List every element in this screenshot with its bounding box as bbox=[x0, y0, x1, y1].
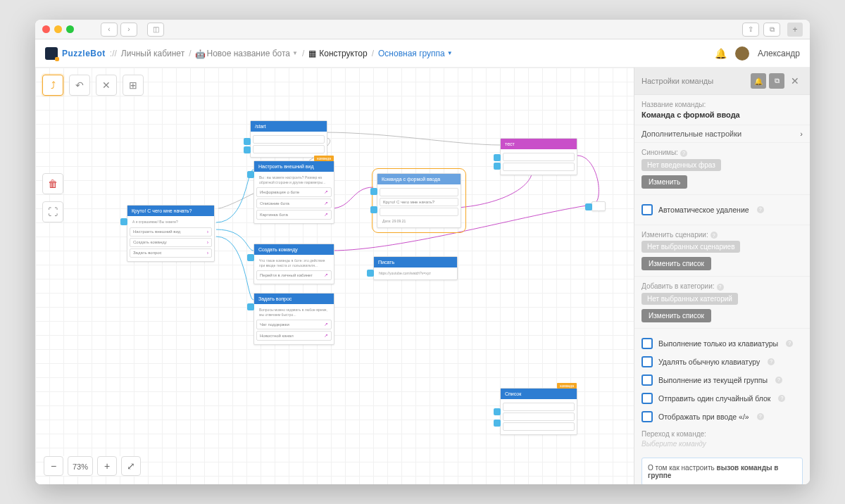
node-small[interactable] bbox=[592, 201, 606, 211]
minimize-window-icon[interactable] bbox=[54, 25, 62, 33]
port-icon[interactable] bbox=[247, 254, 254, 261]
chevron-down-icon[interactable]: ▼ bbox=[447, 50, 453, 56]
port-icon[interactable] bbox=[370, 206, 377, 213]
node-row[interactable] bbox=[380, 208, 458, 216]
breadcrumb-constructor[interactable]: Конструктор bbox=[319, 49, 367, 58]
back-button[interactable]: ‹ bbox=[101, 23, 118, 37]
node-row[interactable]: Картинка бота↗ bbox=[256, 210, 332, 220]
edit-scenario-button[interactable]: Изменить список bbox=[641, 257, 711, 270]
undo-button[interactable]: ↶ bbox=[69, 75, 90, 96]
port-icon[interactable] bbox=[494, 420, 501, 427]
node-row[interactable] bbox=[380, 188, 458, 196]
new-tab-button[interactable]: + bbox=[787, 23, 803, 37]
help-icon[interactable]: ? bbox=[775, 377, 782, 384]
share-icon[interactable]: ⇪ bbox=[742, 23, 759, 37]
help-icon[interactable]: ? bbox=[786, 340, 793, 347]
avatar[interactable] bbox=[735, 46, 749, 61]
fit-screen-button[interactable]: ⤢ bbox=[121, 456, 141, 476]
node-row[interactable]: Круто! С чего мне начать? bbox=[380, 198, 458, 206]
node-row[interactable] bbox=[503, 163, 575, 171]
port-icon[interactable] bbox=[247, 171, 254, 178]
help-icon[interactable]: ? bbox=[711, 232, 718, 239]
info-box[interactable]: О том как настроить вызов команды в груп… bbox=[641, 458, 803, 485]
node-create[interactable]: Создать команду Что такое команды в боте… bbox=[254, 244, 334, 284]
chevron-right-icon: › bbox=[800, 130, 803, 138]
node-row[interactable] bbox=[503, 412, 575, 421]
node-row[interactable] bbox=[253, 135, 325, 144]
zoom-in-button[interactable]: + bbox=[97, 456, 117, 476]
node-test[interactable]: тест bbox=[500, 138, 577, 175]
username[interactable]: Александр bbox=[758, 49, 800, 58]
goto-placeholder[interactable]: Выберите команду bbox=[641, 440, 803, 448]
node-row[interactable]: Создать команду› bbox=[130, 238, 212, 247]
upload-button[interactable]: ⤴ bbox=[42, 75, 63, 96]
port-icon[interactable] bbox=[120, 218, 127, 225]
show-slash-checkbox[interactable] bbox=[641, 411, 653, 422]
port-icon[interactable] bbox=[494, 154, 501, 161]
node-row[interactable]: Перейти в личный кабинет↗ bbox=[256, 270, 332, 280]
port-icon[interactable] bbox=[585, 203, 592, 210]
breadcrumb-home[interactable]: Личный кабинет bbox=[121, 49, 184, 58]
port-icon[interactable] bbox=[494, 408, 501, 415]
port-icon[interactable] bbox=[367, 270, 374, 277]
node-row[interactable]: Чат поддержки↗ bbox=[256, 320, 332, 329]
app-header: PuzzleBot :// Личный кабинет / 🤖 Новое н… bbox=[35, 39, 810, 68]
zoom-out-button[interactable]: − bbox=[44, 456, 63, 476]
close-button[interactable]: ✕ bbox=[96, 75, 117, 96]
node-start[interactable]: /start bbox=[250, 120, 327, 158]
edit-categories-button[interactable]: Изменить список bbox=[641, 309, 711, 322]
node-row[interactable] bbox=[503, 403, 575, 411]
help-icon[interactable]: ? bbox=[757, 413, 764, 420]
notifications-icon[interactable]: 🔔 bbox=[715, 48, 727, 59]
port-icon[interactable] bbox=[247, 303, 254, 310]
node-row[interactable]: Информация о боте↗ bbox=[256, 187, 332, 197]
help-icon[interactable]: ? bbox=[768, 358, 775, 365]
node-row[interactable]: Задать вопрос› bbox=[130, 248, 212, 258]
edit-synonyms-button[interactable]: Изменить bbox=[641, 175, 687, 189]
breadcrumb-bot[interactable]: Новое название бота bbox=[206, 49, 290, 58]
node-row[interactable] bbox=[503, 153, 575, 161]
node-row[interactable]: Описание бота↗ bbox=[256, 199, 332, 208]
auto-delete-checkbox[interactable] bbox=[641, 204, 653, 215]
node-appearance[interactable]: команда Настроить внешний вид Вы : вы мо… bbox=[254, 160, 334, 224]
node-row[interactable]: Настроить внешний вид› bbox=[130, 227, 212, 237]
delete-keyboard-checkbox[interactable] bbox=[641, 356, 653, 367]
node-row[interactable] bbox=[253, 145, 325, 153]
delete-button[interactable]: 🗑 bbox=[42, 173, 63, 194]
close-window-icon[interactable] bbox=[42, 25, 50, 33]
help-icon[interactable]: ? bbox=[757, 206, 764, 213]
tabs-icon[interactable]: ⧉ bbox=[763, 23, 780, 37]
help-icon[interactable]: ? bbox=[778, 395, 785, 402]
node-row[interactable]: Новостной канал↗ bbox=[256, 331, 332, 341]
node-form[interactable]: Команда с формой ввода Круто! С чего мне… bbox=[377, 173, 461, 228]
sidebar-toggle-icon[interactable]: ◫ bbox=[147, 23, 164, 37]
help-icon[interactable]: ? bbox=[717, 284, 724, 291]
keyboard-only-checkbox[interactable] bbox=[641, 338, 653, 349]
chevron-down-icon[interactable]: ▼ bbox=[292, 50, 298, 56]
panel-copy-button[interactable]: ⧉ bbox=[769, 73, 784, 89]
maximize-window-icon[interactable] bbox=[66, 25, 74, 33]
name-value[interactable]: Команда с формой ввода bbox=[641, 111, 803, 119]
additional-settings-toggle[interactable]: Дополнительные настройки › bbox=[634, 125, 810, 143]
panel-bell-button[interactable]: 🔔 bbox=[751, 73, 766, 89]
port-icon[interactable] bbox=[494, 163, 501, 170]
random-block-checkbox[interactable] bbox=[641, 393, 653, 404]
crop-button[interactable]: ⛶ bbox=[42, 201, 63, 222]
forward-button[interactable]: › bbox=[120, 23, 137, 37]
port-icon[interactable] bbox=[370, 188, 377, 195]
breadcrumb-group[interactable]: Основная группа bbox=[378, 49, 445, 58]
node-intro[interactable]: Круто! С чего мне начать? А я спрашиваю!… bbox=[127, 205, 215, 262]
canvas[interactable]: ⤴ ↶ ✕ ⊞ 🗑 ⛶ bbox=[35, 68, 634, 484]
node-ask[interactable]: Задать вопрос Вопросы можно задавать в л… bbox=[254, 293, 334, 345]
add-node-button[interactable]: ⊞ bbox=[123, 75, 144, 96]
node-list[interactable]: команда Список bbox=[500, 388, 577, 435]
port-icon[interactable] bbox=[244, 138, 251, 145]
brand-name[interactable]: PuzzleBot bbox=[62, 49, 106, 58]
help-icon[interactable]: ? bbox=[680, 150, 687, 157]
node-row[interactable] bbox=[503, 422, 575, 431]
current-group-checkbox[interactable] bbox=[641, 374, 653, 386]
panel-close-button[interactable]: ✕ bbox=[787, 73, 803, 89]
scenario-pill: Нет выбранных сценариев bbox=[641, 241, 740, 253]
port-icon[interactable] bbox=[244, 146, 251, 153]
node-write[interactable]: Писать https://youtube.com/watch?v=xyz bbox=[373, 256, 458, 280]
